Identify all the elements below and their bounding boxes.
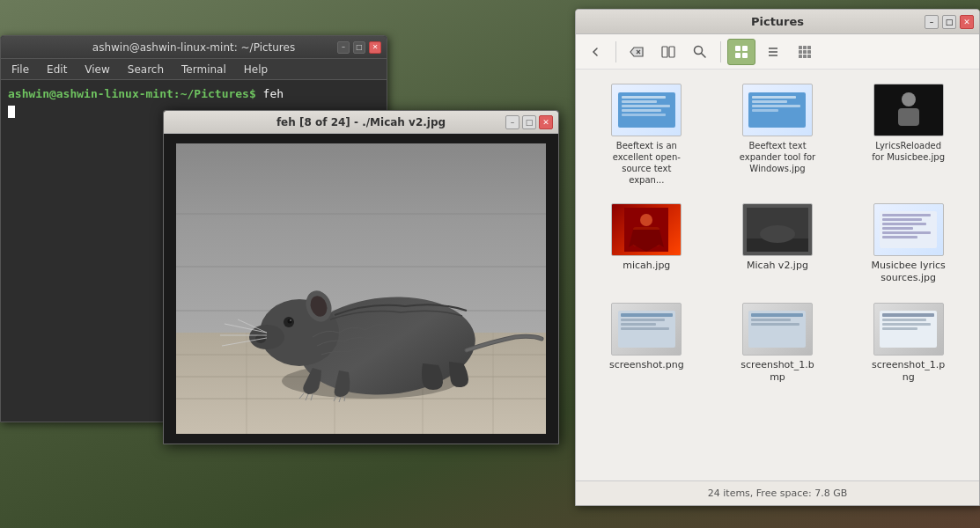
term-menu-edit[interactable]: Edit: [43, 63, 70, 76]
file-label: LyricsReloaded for Musicbee.jpg: [869, 140, 948, 163]
svg-rect-20: [803, 55, 807, 58]
desktop: Pictures – □ ✕: [0, 0, 980, 528]
fm-list-view-button[interactable]: [759, 39, 787, 65]
file-thumbnail: [611, 203, 682, 256]
term-title: ashwin@ashwin-linux-mint: ~/Pictures: [92, 41, 295, 54]
list-item[interactable]: Micah v2.jpg: [716, 198, 840, 290]
term-cursor: [8, 106, 15, 118]
svg-rect-16: [799, 50, 802, 54]
file-label: Beeftext text expander tool for Windows.…: [738, 140, 817, 174]
fm-split-view-button[interactable]: [654, 39, 682, 65]
fm-minimize-button[interactable]: –: [925, 15, 939, 29]
term-menu-view[interactable]: View: [81, 63, 113, 76]
svg-point-48: [288, 319, 292, 324]
list-item[interactable]: Musicbee lyrics sources.jpg: [846, 198, 970, 290]
term-minimize-button[interactable]: –: [337, 41, 350, 54]
svg-point-49: [290, 319, 291, 321]
feh-window-controls: – □ ✕: [505, 115, 553, 129]
fm-close-button[interactable]: ✕: [960, 15, 974, 29]
term-maximize-button[interactable]: □: [353, 41, 365, 54]
svg-rect-7: [742, 46, 748, 51]
svg-rect-17: [803, 50, 807, 54]
svg-point-45: [249, 325, 284, 349]
fm-window-controls: – □ ✕: [925, 15, 974, 29]
file-label: screenshot_1.bmp: [738, 359, 817, 385]
svg-point-25: [640, 214, 652, 226]
term-prompt: ashwin@ashwin-linux-mint:~/Pictures$: [8, 87, 256, 100]
terminal-line-1: ashwin@ashwin-linux-mint:~/Pictures$ feh: [8, 85, 379, 103]
file-label: micah.jpg: [623, 260, 670, 272]
fm-toolbar-separator-2: [720, 41, 721, 62]
svg-rect-15: [807, 46, 811, 49]
svg-rect-19: [799, 55, 802, 58]
feh-image: [176, 143, 546, 434]
file-label: Beeftext is an excellent open-source tex…: [607, 140, 686, 186]
svg-rect-3: [669, 47, 674, 57]
feh-minimize-button[interactable]: –: [505, 115, 519, 129]
term-titlebar: ashwin@ashwin-linux-mint: ~/Pictures – □…: [1, 36, 387, 59]
fm-toolbar-separator-1: [615, 41, 616, 62]
feh-image-area[interactable]: [164, 134, 558, 444]
svg-rect-6: [735, 46, 741, 51]
file-label: screenshot_1.png: [869, 359, 948, 385]
file-label: Micah v2.jpg: [747, 260, 808, 272]
svg-rect-23: [898, 108, 919, 126]
svg-rect-8: [735, 53, 741, 58]
svg-line-5: [702, 53, 706, 57]
file-thumbnail: [611, 84, 682, 136]
file-thumbnail: [873, 203, 944, 256]
svg-point-22: [902, 92, 916, 106]
svg-rect-2: [662, 47, 667, 57]
term-menubar: File Edit View Search Terminal Help: [1, 59, 387, 80]
list-item[interactable]: LyricsReloaded for Musicbee.jpg: [846, 78, 970, 191]
feh-title: feh [8 of 24] - ./Micah v2.jpg: [276, 116, 446, 128]
feh-viewer-window: feh [8 of 24] - ./Micah v2.jpg – □ ✕: [163, 110, 559, 444]
file-thumbnail: [742, 303, 813, 356]
fm-back-button[interactable]: [581, 39, 609, 65]
feh-maximize-button[interactable]: □: [522, 115, 536, 129]
list-item[interactable]: screenshot.png: [585, 297, 709, 390]
fm-maximize-button[interactable]: □: [942, 15, 956, 29]
list-item[interactable]: screenshot_1.png: [846, 297, 970, 390]
file-thumbnail: [742, 84, 813, 136]
term-close-button[interactable]: ✕: [369, 41, 381, 54]
svg-rect-21: [807, 55, 811, 58]
file-thumbnail: [611, 303, 682, 356]
fm-clear-button[interactable]: [623, 39, 651, 65]
fm-file-grid: Beeftext is an excellent open-source tex…: [585, 78, 970, 389]
fm-search-button[interactable]: [686, 39, 714, 65]
svg-rect-13: [799, 46, 802, 49]
fm-title: Pictures: [751, 15, 804, 28]
file-thumbnail: [873, 303, 944, 356]
term-menu-search[interactable]: Search: [124, 63, 167, 76]
list-item[interactable]: Beeftext is an excellent open-source tex…: [585, 78, 709, 191]
file-thumbnail: [873, 84, 944, 136]
term-menu-terminal[interactable]: Terminal: [178, 63, 230, 76]
fm-compact-view-button[interactable]: [791, 39, 819, 65]
list-item[interactable]: screenshot_1.bmp: [716, 297, 840, 390]
fm-status-text: 24 items, Free space: 7.8 GB: [708, 488, 847, 499]
fm-titlebar: Pictures – □ ✕: [576, 10, 979, 34]
file-manager-window: Pictures – □ ✕: [575, 9, 980, 506]
fm-grid-view-button[interactable]: [727, 39, 755, 65]
fm-toolbar: [576, 34, 979, 70]
feh-titlebar: feh [8 of 24] - ./Micah v2.jpg – □ ✕: [164, 111, 558, 134]
file-label: Musicbee lyrics sources.jpg: [869, 260, 948, 285]
svg-point-29: [760, 225, 795, 243]
term-menu-file[interactable]: File: [8, 63, 33, 76]
svg-rect-18: [807, 50, 811, 54]
svg-rect-9: [742, 53, 748, 58]
term-menu-help[interactable]: Help: [240, 63, 271, 76]
fm-content: Beeftext is an excellent open-source tex…: [576, 70, 979, 480]
list-item[interactable]: Beeftext text expander tool for Windows.…: [716, 78, 840, 191]
fm-statusbar: 24 items, Free space: 7.8 GB: [576, 480, 979, 505]
file-label: screenshot.png: [609, 359, 684, 371]
term-command: feh: [263, 87, 284, 100]
svg-rect-14: [803, 46, 807, 49]
file-thumbnail: [742, 203, 813, 256]
term-window-controls: – □ ✕: [337, 41, 381, 54]
feh-close-button[interactable]: ✕: [539, 115, 553, 129]
list-item[interactable]: micah.jpg: [585, 198, 709, 290]
